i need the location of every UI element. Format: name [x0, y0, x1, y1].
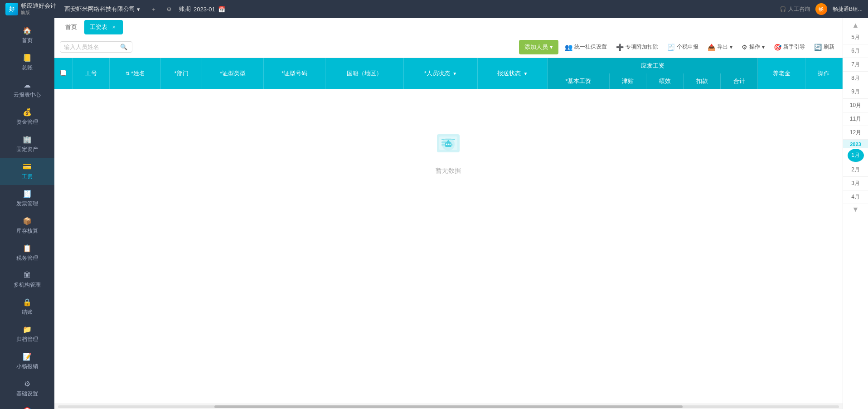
cal-month-11[interactable]: 11月 — [843, 112, 868, 126]
sidebar-item-salary[interactable]: 💳 工资 — [0, 158, 54, 185]
calendar-icon[interactable]: 📅 — [218, 6, 225, 13]
app-logo-icon: 好 — [5, 3, 18, 15]
sidebar-item-fixed-assets[interactable]: 🏢 固定资产 — [0, 131, 54, 158]
guide-icon: 🎯 — [23, 407, 32, 409]
svg-point-8 — [446, 144, 447, 145]
deduct-label: 专项附加扣除 — [626, 43, 658, 51]
sidebar-item-invoice[interactable]: 🧾 发票管理 — [0, 185, 54, 212]
sidebar-item-inventory[interactable]: 📦 库存核算 — [0, 212, 54, 239]
sidebar-item-settings[interactable]: ⚙ 基础设置 — [0, 375, 54, 402]
sidebar-item-tax[interactable]: 📋 税务管理 — [0, 239, 54, 267]
user-avatar[interactable]: 畅 — [815, 3, 827, 15]
th-basic-salary: *基本工资 — [548, 73, 609, 89]
th-checkbox[interactable] — [54, 58, 73, 89]
sidebar-item-expense[interactable]: 📝 小畅报销 — [0, 348, 54, 375]
human-service-button[interactable]: 🎧 人工咨询 — [780, 5, 810, 13]
tax-action-icon: 🧾 — [667, 44, 675, 51]
add-person-button[interactable]: 添加人员 ▾ — [519, 40, 558, 54]
tab-salary-table[interactable]: 工资表 × — [84, 20, 123, 34]
cal-month-1[interactable]: 1月 — [848, 149, 864, 162]
cal-month-6[interactable]: 6月 — [843, 44, 868, 58]
th-pension: 养老金 — [758, 58, 805, 89]
th-id-type: *证型类型 — [202, 58, 264, 89]
th-report-status: 报送状态 ▼ — [478, 58, 548, 89]
th-id-number: *证型号码 — [264, 58, 325, 89]
search-input[interactable] — [64, 44, 118, 50]
company-selector[interactable]: 西安虾米网络科技有限公司 ▾ — [61, 3, 144, 15]
user-name[interactable]: 畅捷通B组... — [833, 5, 863, 13]
tax-label: 个税申报 — [677, 43, 698, 51]
sidebar: 🏠 首页 📒 总账 ☁ 云报表中心 💰 资金管理 🏢 固定资产 💳 工资 🧾 发… — [0, 18, 54, 409]
scrollbar-track — [58, 405, 839, 408]
tax-icon: 📋 — [23, 244, 32, 253]
empty-state-row: 暂无数据 — [54, 89, 843, 211]
cal-month-10[interactable]: 10月 — [843, 99, 868, 112]
sidebar-label-settings: 基础设置 — [16, 390, 38, 398]
tab-bar: 首页 工资表 × — [54, 18, 843, 36]
sidebar-item-ledger[interactable]: 📒 总账 — [0, 49, 54, 76]
sidebar-label-salary: 工资 — [22, 173, 33, 180]
export-arrow: ▾ — [730, 44, 732, 50]
cal-nav-up[interactable]: ▲ — [850, 20, 861, 31]
sidebar-label-tax: 税务管理 — [16, 254, 38, 262]
lock-icon: 🔒 — [23, 298, 32, 307]
cal-nav-down[interactable]: ▼ — [850, 204, 861, 215]
report-filter-icon[interactable]: ▼ — [524, 71, 528, 76]
sidebar-item-fund[interactable]: 💰 资金管理 — [0, 103, 54, 131]
operations-button[interactable]: ⚙ 操作 ▾ — [739, 41, 767, 53]
select-all-checkbox[interactable] — [60, 70, 66, 76]
inventory-icon: 📦 — [23, 217, 32, 225]
scrollbar-thumb[interactable] — [214, 405, 683, 408]
sidebar-item-archive[interactable]: 📁 归档管理 — [0, 321, 54, 348]
expense-icon: 📝 — [23, 352, 32, 361]
cal-month-4[interactable]: 4月 — [843, 190, 868, 204]
cal-month-2[interactable]: 2月 — [843, 163, 868, 177]
sidebar-label-fund: 资金管理 — [16, 118, 38, 126]
settings-icon[interactable]: ⚙ — [164, 4, 175, 15]
export-button[interactable]: 📤 导出 ▾ — [705, 41, 735, 53]
settings-sidebar-icon: ⚙ — [24, 380, 30, 388]
special-deduct-button[interactable]: ➕ 专项附加扣除 — [613, 41, 661, 53]
op-arrow: ▾ — [762, 44, 765, 50]
main-layout: 🏠 首页 📒 总账 ☁ 云报表中心 💰 资金管理 🏢 固定资产 💳 工资 🧾 发… — [0, 18, 868, 409]
tab-salary-close[interactable]: × — [110, 24, 117, 31]
social-security-button[interactable]: 👥 统一社保设置 — [562, 41, 610, 53]
sidebar-item-closing[interactable]: 🔒 结账 — [0, 293, 54, 321]
guide-action-icon: 🎯 — [774, 44, 781, 51]
add-company-button[interactable]: + — [148, 4, 159, 15]
th-deduction: 扣款 — [684, 73, 721, 89]
personal-tax-button[interactable]: 🧾 个税申报 — [664, 41, 701, 53]
sidebar-item-home[interactable]: 🏠 首页 — [0, 22, 54, 49]
status-filter-icon[interactable]: ▼ — [452, 71, 457, 76]
refresh-button[interactable]: 🔄 刷新 — [811, 41, 837, 53]
sidebar-item-guide[interactable]: 🎯 新手引导 — [0, 402, 54, 409]
cal-month-5[interactable]: 5月 — [843, 31, 868, 44]
cal-month-3[interactable]: 3月 — [843, 177, 868, 190]
ledger-icon: 📒 — [23, 54, 32, 62]
sidebar-item-multi-org[interactable]: 🏛 多机构管理 — [0, 267, 54, 293]
cal-month-8[interactable]: 8月 — [843, 72, 868, 85]
header-left: 好 畅应通好会计 旗版 西安虾米网络科技有限公司 ▾ + ⚙ 账期 2023-0… — [5, 2, 225, 16]
archive-icon: 📁 — [23, 325, 32, 334]
export-icon: 📤 — [708, 44, 715, 51]
guide-button[interactable]: 🎯 新手引导 — [771, 41, 808, 53]
cal-year-2023: 2023 — [843, 140, 868, 148]
empty-state: 暂无数据 — [54, 89, 843, 211]
service-label: 人工咨询 — [788, 5, 810, 13]
sort-icon: ⇅ — [126, 71, 130, 76]
sidebar-item-cloud-report[interactable]: ☁ 云报表中心 — [0, 76, 54, 103]
search-icon: 🔍 — [120, 44, 127, 50]
sidebar-label-expense: 小畅报销 — [16, 363, 38, 370]
tab-home[interactable]: 首页 — [60, 20, 82, 34]
cal-month-12[interactable]: 12月 — [843, 126, 868, 140]
sidebar-label-cloud-report: 云报表中心 — [14, 91, 41, 99]
th-allowance: 津贴 — [609, 73, 646, 89]
cal-month-9[interactable]: 9月 — [843, 85, 868, 99]
op-icon: ⚙ — [742, 44, 747, 51]
header-right: 🎧 人工咨询 畅 畅捷通B组... — [780, 3, 863, 15]
social-icon: 👥 — [565, 44, 572, 51]
search-wrap: 🔍 — [60, 41, 132, 53]
cal-month-7[interactable]: 7月 — [843, 58, 868, 72]
calendar-panel: ▲ 5月 6月 7月 8月 9月 10月 11月 12月 2023 1月 2月 … — [843, 18, 868, 409]
guide-label: 新手引导 — [783, 43, 805, 51]
